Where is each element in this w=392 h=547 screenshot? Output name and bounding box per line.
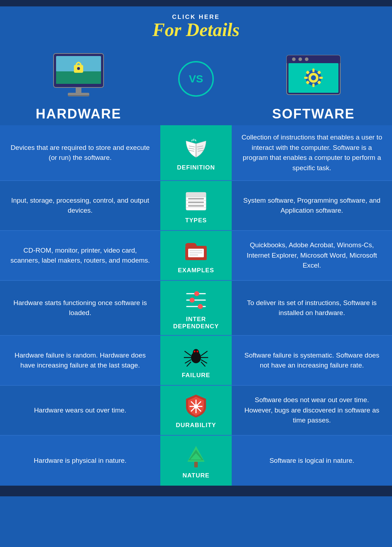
sw-nature: Software is logical in nature.	[232, 436, 392, 486]
svg-rect-19	[312, 69, 315, 72]
svg-point-72	[194, 404, 198, 409]
svg-line-35	[195, 140, 196, 141]
examples-label: EXAMPLES	[178, 267, 214, 274]
software-icon	[283, 50, 344, 103]
hardware-label: HARDWARE	[36, 106, 121, 122]
nature-icon	[182, 444, 210, 469]
hw-nature: Hardware is physical in nature.	[0, 436, 160, 486]
vs-circle: VS	[178, 61, 214, 97]
hw-interdependency: Hardware starts functioning once softwar…	[0, 281, 160, 335]
row-examples: CD-ROM, monitor, printer, video card, sc…	[0, 231, 392, 281]
row-durability: Hardware wears out over time. DURABILITY…	[0, 386, 392, 436]
svg-rect-37	[186, 192, 206, 197]
types-icon	[182, 188, 210, 213]
svg-rect-22	[319, 77, 323, 79]
sw-durability: Software does not wear out over time. Ho…	[232, 386, 392, 435]
interdependency-label: INTER DEPENDENCY	[173, 316, 219, 330]
center-examples: EXAMPLES	[160, 231, 232, 280]
nature-label: NATURE	[182, 472, 210, 479]
svg-point-59	[197, 351, 198, 353]
svg-line-63	[187, 362, 191, 366]
top-bar	[0, 0, 392, 6]
svg-line-67	[201, 362, 205, 366]
svg-rect-43	[188, 202, 204, 203]
svg-point-5	[77, 67, 80, 70]
svg-rect-47	[190, 250, 202, 251]
sw-examples: Quickbooks, Adobe Acrobat, Winoms-Cs, In…	[232, 231, 392, 280]
row-nature: Hardware is physical in nature. NATURE S…	[0, 436, 392, 486]
svg-line-60	[185, 351, 191, 356]
comparison-table: Devices that are required to store and e…	[0, 125, 392, 486]
hw-examples: CD-ROM, monitor, printer, video card, sc…	[0, 231, 160, 280]
hw-types: Input, storage, processing, control, and…	[0, 181, 160, 230]
sw-types: System software, Programming software, a…	[232, 181, 392, 230]
durability-icon	[182, 393, 210, 418]
hw-failure: Hardware failure is random. Hardware doe…	[0, 336, 160, 385]
center-interdependency: INTER DEPENDENCY	[160, 281, 232, 335]
center-failure: FAILURE	[160, 336, 232, 385]
svg-rect-73	[194, 462, 198, 467]
svg-point-13	[298, 57, 302, 61]
svg-rect-48	[190, 252, 202, 253]
svg-rect-2	[56, 71, 101, 84]
interdependency-icon	[182, 287, 210, 312]
monitor-icon	[48, 50, 109, 103]
svg-rect-42	[188, 198, 204, 199]
examples-icon	[182, 238, 210, 263]
svg-point-51	[194, 291, 199, 296]
row-failure: Hardware failure is random. Hardware doe…	[0, 336, 392, 386]
svg-point-12	[292, 57, 296, 61]
svg-point-58	[194, 351, 196, 353]
sw-definition: Collection of instructions that enables …	[232, 125, 392, 180]
center-nature: NATURE	[160, 436, 232, 486]
durability-label: DURABILITY	[176, 422, 216, 429]
failure-label: FAILURE	[182, 372, 210, 379]
failure-icon	[182, 343, 210, 368]
center-definition: DEFINITION	[160, 125, 232, 180]
svg-rect-44	[188, 205, 204, 207]
sw-interdependency: To deliver its set of instructions, Soft…	[232, 281, 392, 335]
hw-durability: Hardware wears out over time.	[0, 386, 160, 435]
for-details-text[interactable]: For Details	[152, 21, 240, 39]
svg-line-34	[192, 140, 192, 141]
svg-point-53	[190, 298, 195, 303]
row-types: Input, storage, processing, control, and…	[0, 181, 392, 231]
svg-rect-6	[76, 87, 81, 93]
definition-icon	[182, 136, 210, 161]
vs-text: VS	[189, 73, 203, 85]
hw-definition: Devices that are required to store and e…	[0, 125, 160, 180]
svg-point-57	[193, 349, 199, 356]
svg-rect-20	[312, 83, 315, 87]
header: CLICK HERE For Details	[0, 6, 392, 125]
software-label: SOFTWARE	[272, 106, 355, 122]
svg-rect-49	[190, 254, 198, 255]
hardware-header-col: HARDWARE	[11, 50, 146, 122]
svg-point-55	[198, 304, 203, 309]
center-types: TYPES	[160, 181, 232, 230]
center-durability: DURABILITY	[160, 386, 232, 435]
svg-point-18	[311, 75, 316, 80]
row-definition: Devices that are required to store and e…	[0, 125, 392, 181]
svg-rect-21	[304, 77, 308, 79]
bottom-bar	[0, 486, 392, 496]
software-header-col: SOFTWARE	[246, 50, 381, 122]
sw-failure: Software failure is systematic. Software…	[232, 336, 392, 385]
types-label: TYPES	[185, 217, 207, 224]
svg-point-14	[305, 57, 308, 61]
row-interdependency: Hardware starts functioning once softwar…	[0, 281, 392, 336]
definition-label: DEFINITION	[177, 164, 215, 171]
svg-line-64	[201, 351, 207, 356]
